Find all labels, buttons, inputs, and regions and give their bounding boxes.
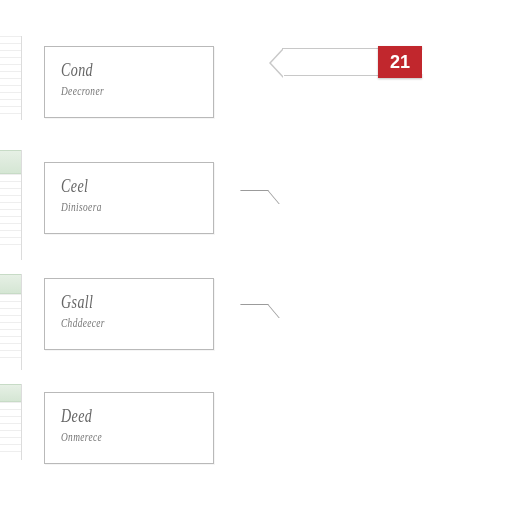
step-card-subtitle: Dinisoera [61, 199, 159, 215]
connector-tick [240, 304, 280, 318]
step-card-subtitle: Deecroner [61, 83, 159, 99]
edge-bleed-2 [0, 150, 22, 260]
step-card-title: Cond [61, 61, 167, 81]
edge-bleed-1 [0, 36, 22, 120]
edge-bleed-3 [0, 274, 22, 370]
step-card-1: Cond Deecroner [44, 46, 214, 118]
edge-bleed-4 [0, 384, 22, 460]
count-tag: 21 [282, 44, 452, 80]
step-card-subtitle: Onmerece [61, 429, 159, 445]
step-card-3: Gsall Chddeecer [44, 278, 214, 350]
step-card-title: Gsall [61, 293, 167, 313]
connector-tick [240, 190, 280, 204]
tag-ribbon-mask [422, 50, 462, 74]
count-badge: 21 [378, 46, 422, 78]
step-card-2: Ceel Dinisoera [44, 162, 214, 234]
diagram-canvas: Cond Deecroner Ceel Dinisoera Gsall Chdd… [0, 0, 512, 512]
step-card-title: Ceel [61, 177, 167, 197]
step-card-4: Deed Onmerece [44, 392, 214, 464]
step-card-subtitle: Chddeecer [61, 315, 159, 331]
step-card-title: Deed [61, 407, 167, 427]
